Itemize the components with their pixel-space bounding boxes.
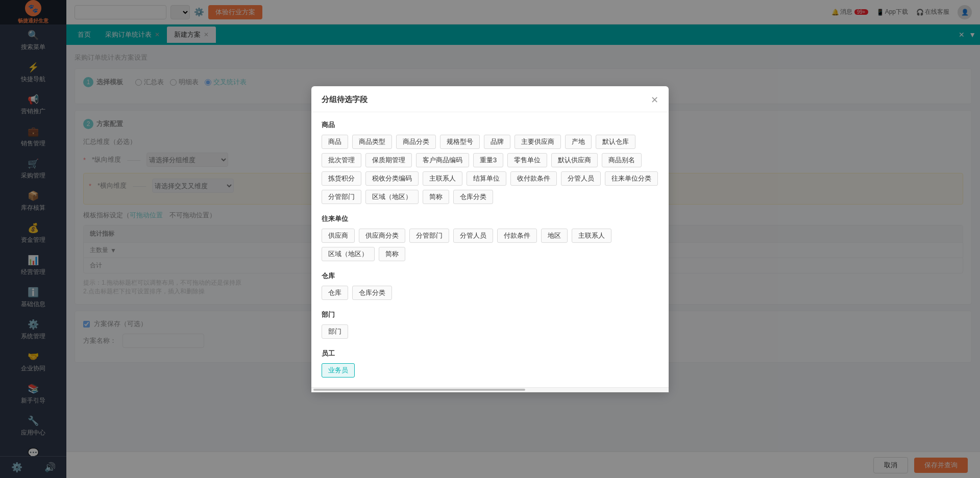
field-tag[interactable]: 分管部门 [322,190,361,204]
field-tag[interactable]: 零售单位 [507,153,547,167]
field-tag[interactable]: 仓库分类 [453,190,493,204]
field-tag[interactable]: 分管部门 [409,229,449,243]
scrollbar-thumb [313,389,525,391]
group-title-warehouse: 仓库 [322,271,658,281]
group-title-partner: 往来单位 [322,214,658,223]
field-tag[interactable]: 区域（地区） [322,247,375,261]
group-title-product: 商品 [322,120,658,130]
field-tag[interactable]: 保质期管理 [365,153,412,167]
field-tag[interactable]: 收付款条件 [510,171,557,186]
field-tags-dept: 部门 [322,324,658,339]
field-group-product: 商品 商品 商品类型 商品分类 规格型号 品牌 主要供应商 产地 默认仓库 批次… [322,120,658,204]
field-tag[interactable]: 分管人员 [453,229,493,243]
field-tag[interactable]: 部门 [322,324,348,339]
field-tag[interactable]: 往来单位分类 [605,171,658,186]
field-tag[interactable]: 批次管理 [322,153,361,167]
field-tag[interactable]: 仓库分类 [352,286,392,300]
field-tag[interactable]: 简称 [379,247,405,261]
field-tag[interactable]: 供应商 [322,229,355,243]
field-tag[interactable]: 简称 [423,190,449,204]
field-tag[interactable]: 主联系人 [423,171,462,186]
modal-overlay: 分组待选字段 ✕ 商品 商品 商品类型 商品分类 规格型号 品牌 主要供应商 产… [0,0,980,478]
field-tag[interactable]: 供应商分类 [359,229,405,243]
field-tag[interactable]: 规格型号 [440,135,480,149]
group-title-employee: 员工 [322,349,658,358]
modal-dialog: 分组待选字段 ✕ 商品 商品 商品类型 商品分类 规格型号 品牌 主要供应商 产… [311,86,669,392]
field-tag[interactable]: 拣货积分 [322,171,361,186]
field-tags-employee: 业务员 [322,363,658,378]
modal-horizontal-scrollbar[interactable] [311,387,669,392]
modal-title: 分组待选字段 [322,95,368,105]
field-tag-employee[interactable]: 业务员 [322,363,355,378]
field-tag[interactable]: 主联系人 [572,229,611,243]
field-tag[interactable]: 商品别名 [602,153,642,167]
field-tag[interactable]: 分管人员 [561,171,601,186]
field-tag[interactable]: 区域（地区） [365,190,419,204]
field-group-dept: 部门 部门 [322,310,658,339]
field-tag[interactable]: 商品类型 [352,135,392,149]
field-group-warehouse: 仓库 仓库 仓库分类 [322,271,658,300]
field-tag[interactable]: 重量3 [473,153,503,167]
field-tags-product: 商品 商品类型 商品分类 规格型号 品牌 主要供应商 产地 默认仓库 批次管理 … [322,135,658,204]
modal-body: 商品 商品 商品类型 商品分类 规格型号 品牌 主要供应商 产地 默认仓库 批次… [311,112,669,387]
field-tag[interactable]: 默认仓库 [596,135,635,149]
group-title-dept: 部门 [322,310,658,319]
field-tag[interactable]: 主要供应商 [514,135,561,149]
field-tags-partner: 供应商 供应商分类 分管部门 分管人员 付款条件 地区 主联系人 区域（地区） … [322,229,658,261]
field-tag[interactable]: 品牌 [484,135,510,149]
field-tag[interactable]: 商品分类 [396,135,436,149]
field-tags-warehouse: 仓库 仓库分类 [322,286,658,300]
field-tag[interactable]: 仓库 [322,286,348,300]
field-group-partner: 往来单位 供应商 供应商分类 分管部门 分管人员 付款条件 地区 主联系人 区域… [322,214,658,261]
field-tag[interactable]: 地区 [541,229,568,243]
field-tag[interactable]: 结算单位 [467,171,506,186]
modal-close-button[interactable]: ✕ [651,94,658,106]
field-tag[interactable]: 客户商品编码 [416,153,469,167]
field-tag[interactable]: 付款条件 [497,229,537,243]
field-tag[interactable]: 默认供应商 [551,153,598,167]
modal-header: 分组待选字段 ✕ [311,86,669,112]
field-group-employee: 员工 业务员 [322,349,658,378]
field-tag[interactable]: 税收分类编码 [365,171,419,186]
field-tag[interactable]: 商品 [322,135,348,149]
field-tag[interactable]: 产地 [565,135,592,149]
